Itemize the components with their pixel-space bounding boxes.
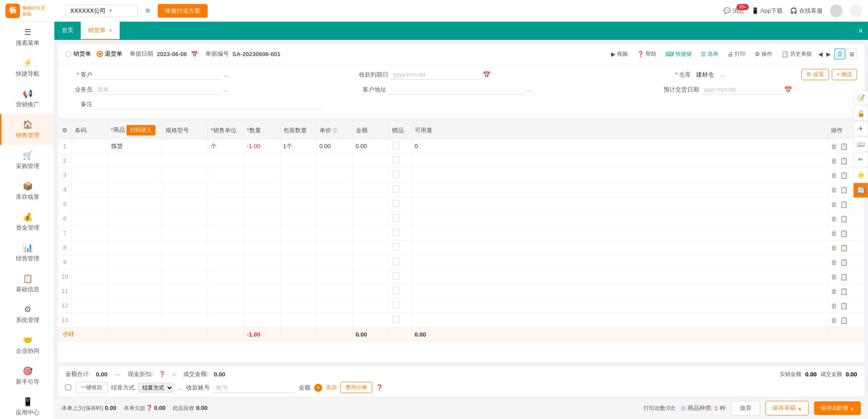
row-qty[interactable]: [244, 212, 280, 226]
row-spec[interactable]: [162, 139, 208, 154]
row-product[interactable]: [108, 197, 162, 212]
sidebar-item-beginner-guide[interactable]: 🎯 新手引导: [0, 361, 54, 391]
shortcut-btn[interactable]: ⌨ 快捷键: [663, 49, 694, 59]
row-barcode[interactable]: [72, 255, 108, 270]
row-barcode[interactable]: [72, 197, 108, 212]
sidebar-item-basic-info[interactable]: 📋 基础信息: [0, 268, 54, 299]
row-product[interactable]: [108, 168, 162, 183]
sidebar-item-search-bill[interactable]: ☰ 搜索菜单: [0, 22, 54, 53]
video-btn[interactable]: ▶ 视频: [608, 49, 630, 59]
row-barcode[interactable]: [72, 270, 108, 284]
row-spec[interactable]: [162, 284, 208, 299]
delete-row-btn[interactable]: 🗑: [831, 288, 837, 295]
sidebar-item-inventory[interactable]: 📦 库存核算: [0, 176, 54, 207]
row-unit[interactable]: [208, 255, 244, 270]
row-qty[interactable]: [244, 183, 280, 197]
row-gift[interactable]: [389, 226, 412, 241]
row-unit[interactable]: [208, 197, 244, 212]
delete-row-btn[interactable]: 🗑: [831, 302, 837, 309]
row-spec[interactable]: [162, 154, 208, 168]
customer-ellipsis-btn[interactable]: ...: [224, 72, 228, 78]
row-spec[interactable]: [162, 241, 208, 255]
trial-button[interactable]: 体验行业方案: [158, 4, 208, 18]
one-click-checkbox[interactable]: [65, 385, 71, 390]
logistics-button[interactable]: + 物流: [832, 69, 857, 80]
settings-icon[interactable]: ⚙: [141, 5, 154, 17]
avatar[interactable]: [830, 5, 843, 17]
operation-btn[interactable]: ⚙ 操作: [752, 49, 775, 59]
row-qty[interactable]: -1.00: [244, 139, 280, 154]
delete-row-btn[interactable]: 🗑: [831, 143, 837, 150]
row-price[interactable]: [316, 168, 353, 183]
row-gift[interactable]: [389, 154, 412, 168]
row-spec[interactable]: [162, 299, 208, 313]
row-amount[interactable]: [353, 197, 389, 212]
row-product[interactable]: [108, 255, 162, 270]
customer-input[interactable]: [94, 70, 221, 80]
delivery-calendar-icon[interactable]: 📅: [784, 86, 792, 93]
float-btn-edit[interactable]: 📝: [853, 91, 868, 105]
row-gift[interactable]: [389, 270, 412, 284]
salesperson-input[interactable]: [94, 85, 221, 95]
print-btn[interactable]: 🖨 打印: [725, 49, 748, 59]
row-product[interactable]: [108, 313, 162, 327]
radio-return-order[interactable]: 退货单: [97, 50, 122, 58]
row-product[interactable]: [108, 226, 162, 241]
row-barcode[interactable]: [72, 154, 108, 168]
row-qty[interactable]: [244, 241, 280, 255]
row-product[interactable]: [108, 212, 162, 226]
delete-row-btn[interactable]: 🗑: [831, 201, 837, 208]
row-pkg-qty[interactable]: [280, 284, 316, 299]
copy-row-btn[interactable]: 📋: [840, 186, 848, 193]
row-spec[interactable]: [162, 313, 208, 327]
sidebar-item-quick-nav[interactable]: ⚡ 快捷导航: [0, 53, 54, 83]
row-barcode[interactable]: [72, 212, 108, 226]
delivery-date-input[interactable]: [701, 85, 782, 95]
tab-home[interactable]: 首页: [54, 22, 81, 40]
row-qty[interactable]: [244, 226, 280, 241]
sidebar-item-app-center[interactable]: 📱 应用中心: [0, 391, 54, 419]
row-qty[interactable]: [244, 313, 280, 327]
row-barcode[interactable]: [72, 183, 108, 197]
copy-row-btn[interactable]: 📋: [840, 215, 848, 222]
prev-icon[interactable]: ◀: [818, 51, 823, 58]
row-price[interactable]: [316, 241, 353, 255]
row-amount[interactable]: [353, 183, 389, 197]
list-view-btn[interactable]: ☰: [834, 48, 845, 59]
row-pkg-qty[interactable]: [280, 212, 316, 226]
message-button[interactable]: 💬 消息 99+: [723, 7, 744, 15]
row-spec[interactable]: [162, 255, 208, 270]
product-kind-prefix[interactable]: ⊙: [681, 405, 686, 412]
row-amount[interactable]: [353, 226, 389, 241]
row-gift[interactable]: [389, 139, 412, 154]
fee-split-btn[interactable]: 费用分摊: [340, 382, 372, 393]
row-gift[interactable]: [389, 313, 412, 327]
row-product[interactable]: [108, 284, 162, 299]
payment-due-input[interactable]: [390, 70, 481, 80]
row-amount[interactable]: [353, 313, 389, 327]
row-unit[interactable]: [208, 299, 244, 313]
app-download-button[interactable]: 📱 App下载: [752, 7, 783, 15]
row-spec[interactable]: [162, 168, 208, 183]
radio-sales-order[interactable]: 销货单: [65, 50, 91, 58]
row-price[interactable]: [316, 313, 353, 327]
select-bill-btn[interactable]: ☰ 选单: [698, 49, 721, 59]
delete-row-btn[interactable]: 🗑: [831, 244, 837, 251]
settings-button[interactable]: ⚙ 设置: [801, 69, 829, 80]
row-price[interactable]: [316, 183, 353, 197]
row-price[interactable]: [316, 154, 353, 168]
delete-row-btn[interactable]: 🗑: [831, 273, 837, 280]
row-unit[interactable]: [208, 241, 244, 255]
row-unit[interactable]: [208, 226, 244, 241]
add-btn[interactable]: +: [314, 384, 322, 392]
row-pkg-qty[interactable]: [280, 270, 316, 284]
one-click-pay-btn[interactable]: 一键收款: [76, 382, 107, 393]
row-product[interactable]: [108, 154, 162, 168]
row-amount[interactable]: 0.00: [353, 139, 389, 154]
copy-row-btn[interactable]: 📋: [840, 172, 848, 179]
row-gift[interactable]: [389, 241, 412, 255]
row-amount[interactable]: [353, 284, 389, 299]
delete-row-btn[interactable]: 🗑: [831, 317, 837, 324]
row-unit[interactable]: [208, 183, 244, 197]
copy-row-btn[interactable]: 📋: [840, 288, 848, 295]
